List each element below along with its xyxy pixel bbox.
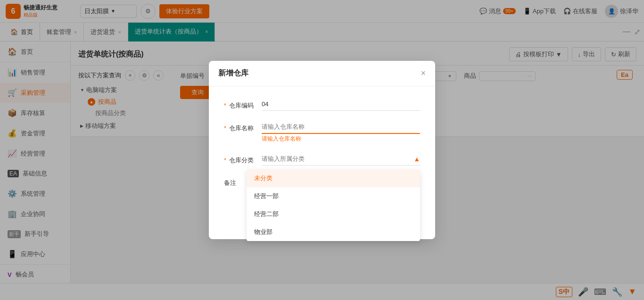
dropdown-item-uncategorized[interactable]: 未分类 xyxy=(247,169,420,187)
category-field: ▲ 未分类 经营一部 经营二部 物业部 xyxy=(262,152,420,166)
code-field xyxy=(262,98,420,111)
name-label: * 仓库名称 xyxy=(224,124,262,133)
category-label: * 仓库分类 xyxy=(224,156,262,165)
dropdown-item-dept1[interactable]: 经营一部 xyxy=(247,187,420,205)
modal-header: 新增仓库 × xyxy=(209,61,435,86)
modal-overlay[interactable]: 新增仓库 × * 仓库编码 * 仓库名称 xyxy=(0,0,644,300)
form-row-category: * 仓库分类 ▲ 未分类 经营一部 经营二部 物业部 xyxy=(224,152,420,166)
name-error-message: 请输入仓库名称 xyxy=(262,135,420,143)
add-warehouse-modal: 新增仓库 × * 仓库编码 * 仓库名称 xyxy=(209,61,435,239)
category-arrow-icon[interactable]: ▲ xyxy=(413,155,420,163)
form-row-code: * 仓库编码 xyxy=(224,98,420,111)
category-field-label: 仓库分类 xyxy=(229,157,254,164)
modal-body: * 仓库编码 * 仓库名称 请输入仓库名称 xyxy=(209,86,435,209)
category-dropdown: 未分类 经营一部 经营二部 物业部 xyxy=(247,169,420,241)
warehouse-code-input[interactable] xyxy=(262,98,420,111)
warehouse-name-input[interactable] xyxy=(262,120,420,134)
code-field-label: 仓库编码 xyxy=(229,102,254,109)
name-field: 请输入仓库名称 xyxy=(262,120,420,143)
dropdown-item-dept2[interactable]: 经营二部 xyxy=(247,205,420,223)
code-label: * 仓库编码 xyxy=(224,101,262,110)
warehouse-category-input[interactable] xyxy=(262,152,420,166)
name-field-label: 仓库名称 xyxy=(229,125,254,132)
required-star-name: * xyxy=(224,125,226,132)
required-star-category: * xyxy=(224,157,226,164)
modal-title: 新增仓库 xyxy=(218,68,248,78)
modal-close-button[interactable]: × xyxy=(421,68,426,78)
required-star-code: * xyxy=(224,102,226,109)
dropdown-item-dept3[interactable]: 物业部 xyxy=(247,223,420,241)
form-row-name: * 仓库名称 请输入仓库名称 xyxy=(224,120,420,143)
